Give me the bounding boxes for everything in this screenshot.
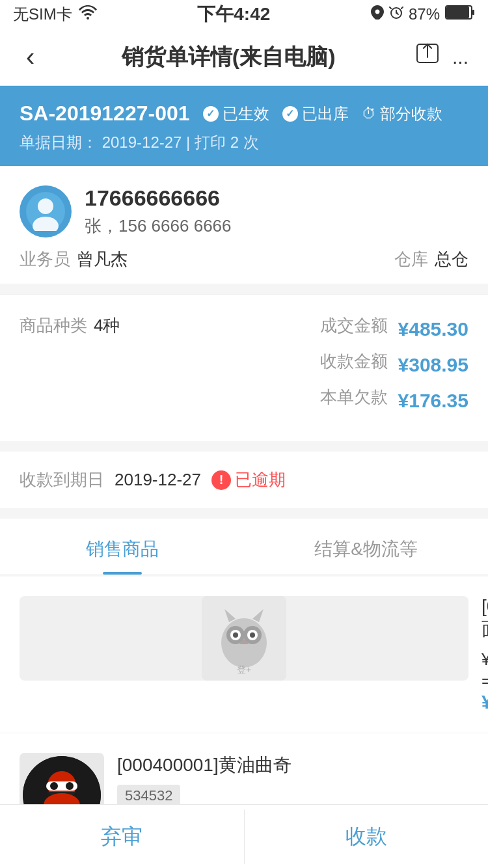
warehouse-label: 仓库 xyxy=(394,248,428,271)
page-title: 销货单详情(来自电脑) xyxy=(122,42,336,72)
debt-amount: ¥176.35 xyxy=(398,390,468,412)
check-icon-effected: ✓ xyxy=(203,106,219,122)
customer-section: 17666666666 张，156 6666 6666 业务员 曾凡杰 仓库 总… xyxy=(0,166,488,284)
stats-section: 商品种类 4种 成交金额 ¥485.30 收款金额 ¥308.95 本单欠款 ¥… xyxy=(0,294,488,441)
tab-sales-products[interactable]: 销售商品 xyxy=(0,519,244,575)
battery-percent: 87% xyxy=(409,5,440,23)
due-label: 收款到期日 xyxy=(20,468,104,491)
deal-amount: ¥485.30 xyxy=(398,318,468,340)
product-name-cookie: [000400001]黄油曲奇 xyxy=(117,753,468,778)
print-label: | 打印 xyxy=(186,133,226,151)
status-partial: ⏱ 部分收款 xyxy=(362,103,442,124)
product-info-bread: [0000002]面包 ¥40 x 5袋 = ¥199.99 xyxy=(481,596,488,713)
sales-name: 曾凡杰 xyxy=(77,248,128,271)
overdue-text: 已逾期 xyxy=(235,468,286,491)
svg-rect-2 xyxy=(446,7,469,18)
product-type-value: 4种 xyxy=(94,314,120,337)
due-section: 收款到期日 2019-12-27 ! 已逾期 xyxy=(0,452,488,508)
overdue-badge: ! 已逾期 xyxy=(211,468,286,491)
customer-id: 17666666666 xyxy=(85,185,232,211)
overdue-icon: ! xyxy=(211,470,231,490)
date-label: 单据日期： xyxy=(20,133,98,151)
back-button[interactable]: ‹ xyxy=(20,36,41,78)
total-bread: ¥199.99 xyxy=(481,691,488,712)
svg-rect-3 xyxy=(472,10,474,15)
svg-text:登+: 登+ xyxy=(237,664,251,675)
location-icon xyxy=(371,5,384,23)
tabs-section: 销售商品 结算&物流等 xyxy=(0,519,488,575)
status-bar: 无SIM卡 下午4:42 87% xyxy=(0,0,488,29)
nav-bar: ‹ 销货单详情(来自电脑) ... xyxy=(0,29,488,86)
debt-label: 本单欠款 xyxy=(320,386,388,409)
due-date: 2019-12-27 xyxy=(115,470,201,490)
deal-amount-label: 成交金额 xyxy=(320,314,388,337)
status-time: 下午4:42 xyxy=(197,2,270,27)
product-price-bread: ¥40 x 5袋 = ¥199.99 xyxy=(481,648,488,713)
customer-meta: 业务员 曾凡杰 仓库 总仓 xyxy=(20,248,468,271)
customer-name: 张，156 6666 6666 xyxy=(85,215,232,237)
check-icon-shipped: ✓ xyxy=(282,106,298,122)
status-left: 无SIM卡 xyxy=(13,4,97,25)
nav-actions: ... xyxy=(416,43,468,71)
header-banner: SA-20191227-001 ✓ 已生效 ✓ 已出库 ⏱ 部分收款 单据日期：… xyxy=(0,86,488,166)
order-date: 2019-12-27 xyxy=(102,133,182,151)
avatar xyxy=(20,185,72,237)
svg-point-7 xyxy=(38,198,53,214)
collect-amount-label: 收款金额 xyxy=(320,350,388,373)
svg-point-26 xyxy=(66,782,74,790)
tab-settlement[interactable]: 结算&物流等 xyxy=(244,519,488,575)
equals-bread: = xyxy=(481,671,488,690)
status-right: 87% xyxy=(371,5,475,23)
print-unit: 次 xyxy=(243,133,259,151)
alarm-icon xyxy=(389,5,403,23)
wifi-icon xyxy=(79,5,97,23)
collect-payment-button[interactable]: 收款 xyxy=(245,809,489,864)
status-effected: ✓ 已生效 xyxy=(203,103,269,124)
collect-amount: ¥308.95 xyxy=(398,354,468,376)
cancel-review-button[interactable]: 弃审 xyxy=(0,809,245,864)
share-icon[interactable] xyxy=(416,43,439,71)
svg-point-17 xyxy=(233,632,238,638)
product-tag-cookie: 534532 xyxy=(117,785,180,807)
header-date-row: 单据日期： 2019-12-27 | 打印 2 次 xyxy=(20,132,468,153)
product-thumb-bread: 登+ xyxy=(20,596,468,681)
warehouse-name: 总仓 xyxy=(435,248,468,271)
product-name-bread: [0000002]面包 xyxy=(481,596,488,642)
svg-point-25 xyxy=(50,782,58,790)
amount-section: 成交金额 ¥485.30 收款金额 ¥308.95 本单欠款 ¥176.35 xyxy=(320,314,468,422)
sales-label: 业务员 xyxy=(20,248,70,271)
print-count: 2 xyxy=(230,133,239,151)
order-id: SA-20191227-001 xyxy=(20,102,190,126)
clock-icon: ⏱ xyxy=(362,105,376,122)
carrier-text: 无SIM卡 xyxy=(13,4,72,25)
battery-icon xyxy=(445,5,475,23)
svg-point-18 xyxy=(250,632,255,638)
product-item: 登+ [0000002]面包 ¥40 x 5袋 = ¥199.99 xyxy=(0,576,488,733)
status-shipped: ✓ 已出库 xyxy=(282,103,349,124)
more-icon[interactable]: ... xyxy=(452,46,468,68)
price-base-bread: ¥40 x xyxy=(481,649,488,669)
bottom-actions: 弃审 收款 xyxy=(0,804,488,868)
product-type-label: 商品种类 xyxy=(20,314,87,337)
